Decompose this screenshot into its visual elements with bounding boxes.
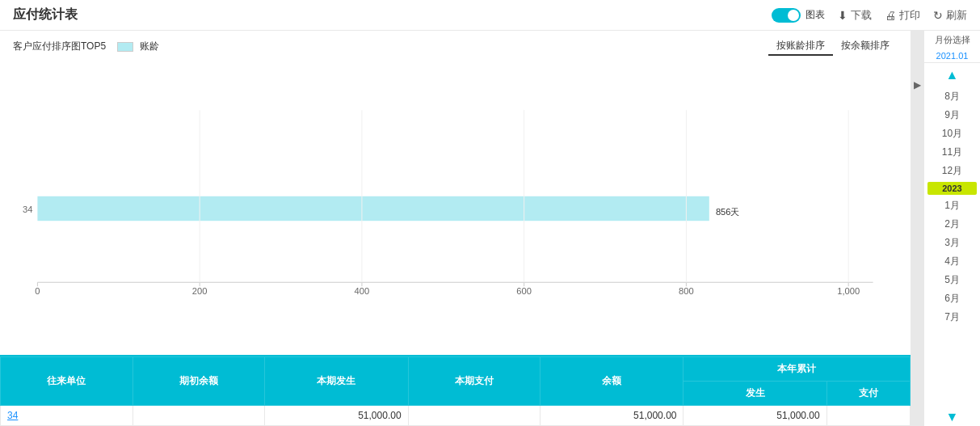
print-icon: 🖨	[885, 9, 896, 22]
sidebar-year-input[interactable]: 2021.01	[924, 49, 980, 63]
sidebar-month-item[interactable]: 2月	[924, 215, 980, 234]
svg-text:0: 0	[35, 286, 40, 296]
td-current-payment	[408, 406, 540, 426]
chart-toggle-label: 图表	[805, 8, 825, 22]
chart-legend-box-label: 账龄	[140, 40, 159, 53]
td-opening	[132, 406, 265, 426]
sidebar-down-button[interactable]: ▼	[924, 408, 980, 426]
refresh-button[interactable]: ↻ 刷新	[933, 8, 967, 23]
sidebar-month-item[interactable]: 1月	[924, 196, 980, 215]
td-current-amount: 51,000.00	[265, 406, 408, 426]
sidebar-month-item[interactable]: 12月	[924, 162, 980, 180]
svg-text:200: 200	[192, 286, 208, 296]
bar-y-label: 34	[23, 205, 32, 214]
bar-end-label: 856天	[716, 207, 740, 217]
header: 应付统计表 图表 ⬇ 下载 🖨 打印 ↻ 刷新	[0, 0, 980, 31]
unit-link[interactable]: 34	[7, 410, 18, 421]
sort-tabs: 按账龄排序 按余额排序	[768, 37, 898, 56]
th-unit: 往来单位	[1, 357, 133, 406]
data-table: 往来单位 期初余额 本期发生 本期支付 余额 本年累计 发生 支付	[0, 356, 911, 426]
download-icon: ⬇	[838, 9, 848, 22]
content-area: 客户应付排序图TOP5 账龄 按账龄排序 按余额排序 34 856天	[0, 31, 980, 426]
td-ytd-amount: 51,000.00	[683, 406, 826, 426]
sidebar-month-item[interactable]: 4月	[924, 252, 980, 271]
page-title: 应付统计表	[13, 6, 78, 23]
th-balance: 余额	[540, 357, 683, 406]
table-section: 往来单位 期初余额 本期发生 本期支付 余额 本年累计 发生 支付	[0, 355, 911, 426]
refresh-icon: ↻	[933, 9, 943, 22]
sidebar-month-item[interactable]: 11月	[924, 143, 980, 162]
svg-text:1,000: 1,000	[837, 286, 860, 296]
sidebar-month-item[interactable]: 5月	[924, 271, 980, 289]
right-sidebar: 月份选择 2021.01 ▲ 8月9月10月11月12月20231月2月3月4月…	[923, 31, 980, 426]
sort-by-amount-tab[interactable]: 按余额排序	[833, 37, 898, 56]
sidebar-month-item[interactable]: 6月	[924, 289, 980, 308]
th-opening: 期初余额	[132, 357, 265, 406]
svg-text:800: 800	[679, 286, 694, 296]
legend-box	[117, 42, 133, 52]
main-container: 应付统计表 图表 ⬇ 下载 🖨 打印 ↻ 刷新	[0, 0, 980, 426]
sidebar-month-item[interactable]: 3月	[924, 234, 980, 252]
th-current-payment: 本期支付	[408, 357, 540, 406]
sidebar-month-item[interactable]: 10月	[924, 124, 980, 143]
td-ytd-payment	[826, 406, 910, 426]
refresh-label: 刷新	[946, 8, 967, 23]
th-ytd-payment: 支付	[826, 382, 910, 406]
chart-section: 客户应付排序图TOP5 账龄 按账龄排序 按余额排序 34 856天	[0, 31, 911, 426]
chart-toggle-switch[interactable]	[772, 8, 801, 23]
download-button[interactable]: ⬇ 下载	[838, 8, 872, 23]
sidebar-month-item[interactable]: 2023	[927, 182, 977, 195]
chart-area: 34 856天 0 200 400 600 800 1,000	[0, 62, 911, 355]
header-actions: 图表 ⬇ 下载 🖨 打印 ↻ 刷新	[772, 8, 967, 23]
chart-toggle-group[interactable]: 图表	[772, 8, 825, 23]
chart-legend: 客户应付排序图TOP5 账龄	[13, 40, 159, 53]
sidebar-up-button[interactable]: ▲	[924, 66, 980, 84]
th-ytd: 本年累计	[683, 357, 911, 382]
th-current-amount: 本期发生	[265, 357, 408, 406]
sidebar-month-list: 8月9月10月11月12月20231月2月3月4月5月6月7月	[924, 84, 980, 408]
print-button[interactable]: 🖨 打印	[885, 8, 920, 23]
th-ytd-amount: 发生	[683, 382, 826, 406]
chart-svg: 34 856天 0 200 400 600 800 1,000	[13, 62, 898, 355]
svg-text:600: 600	[516, 286, 532, 296]
download-label: 下载	[851, 8, 872, 23]
right-panel: ▶ 月份选择 2021.01 ▲ 8月9月10月11月12月20231月2月3月…	[911, 31, 980, 426]
chart-header: 客户应付排序图TOP5 账龄 按账龄排序 按余额排序	[0, 31, 911, 62]
td-balance: 51,000.00	[540, 406, 683, 426]
sidebar-label: 月份选择	[924, 31, 980, 49]
sidebar-month-item[interactable]: 9月	[924, 106, 980, 124]
sort-by-balance-tab[interactable]: 按账龄排序	[768, 37, 833, 56]
sidebar-month-item[interactable]: 8月	[924, 87, 980, 106]
table-row: 34 51,000.00 51,000.00 51,000.00	[1, 406, 911, 426]
collapse-arrow[interactable]: ▶	[911, 31, 923, 426]
table-header-row-1: 往来单位 期初余额 本期发生 本期支付 余额 本年累计	[1, 357, 911, 382]
svg-text:400: 400	[355, 286, 370, 296]
chart-legend-title: 客户应付排序图TOP5	[13, 40, 106, 53]
chart-bar	[37, 196, 709, 221]
sidebar-month-item[interactable]: 7月	[924, 308, 980, 327]
td-unit: 34	[1, 406, 133, 426]
print-label: 打印	[899, 8, 920, 23]
